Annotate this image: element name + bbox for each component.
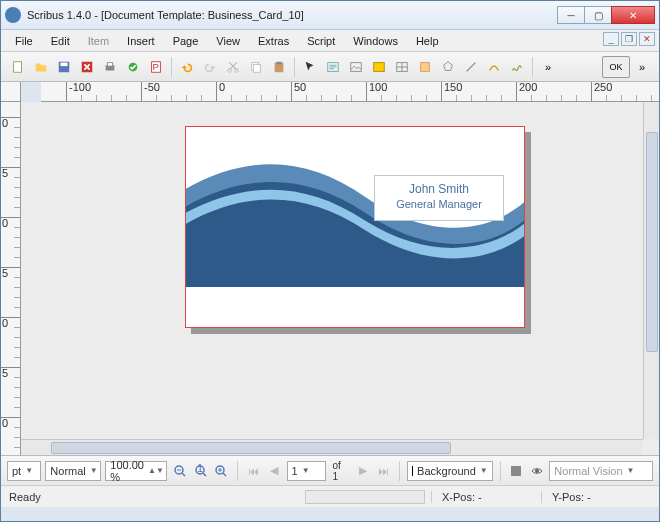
menu-help[interactable]: Help: [408, 33, 447, 49]
svg-rect-12: [253, 64, 260, 72]
last-page-icon[interactable]: ⏭: [375, 462, 392, 480]
zoom-field[interactable]: 100.00 %▲▼: [105, 461, 167, 481]
menu-extras[interactable]: Extras: [250, 33, 297, 49]
imageframe-icon[interactable]: [345, 56, 367, 78]
card-tel: Tel: 036545594556: [418, 303, 512, 315]
select-icon[interactable]: [299, 56, 321, 78]
pdf-icon[interactable]: P: [145, 56, 167, 78]
status-ready: Ready: [9, 491, 41, 503]
svg-rect-16: [351, 62, 362, 71]
save-icon[interactable]: [53, 56, 75, 78]
table-icon[interactable]: [391, 56, 413, 78]
more-icon[interactable]: »: [537, 56, 559, 78]
close-button[interactable]: ✕: [611, 6, 655, 24]
menu-page[interactable]: Page: [165, 33, 207, 49]
bottom-toolbar: pt▼ Normal▼ 100.00 %▲▼ 1 ⏮ ◀ 1▼ of 1 ▶ ⏭…: [1, 455, 659, 485]
mdi-restore[interactable]: ❐: [621, 32, 637, 46]
scroll-thumb-h[interactable]: [51, 442, 451, 454]
svg-rect-5: [107, 62, 112, 66]
cut-icon[interactable]: [222, 56, 244, 78]
more2-icon[interactable]: »: [631, 56, 653, 78]
zoom-out-icon[interactable]: [171, 462, 188, 480]
card-site: www.mysite.com: [198, 303, 280, 315]
svg-rect-14: [276, 61, 281, 64]
page-field[interactable]: 1▼: [287, 461, 327, 481]
progress-bar: [305, 490, 425, 504]
paste-icon[interactable]: [268, 56, 290, 78]
renderframe-icon[interactable]: [368, 56, 390, 78]
svg-rect-2: [61, 62, 68, 66]
unit-combo[interactable]: pt▼: [7, 461, 41, 481]
menubar: File Edit Item Insert Page View Extras S…: [1, 30, 659, 52]
undo-icon[interactable]: [176, 56, 198, 78]
cms-icon[interactable]: [508, 462, 525, 480]
redo-icon[interactable]: [199, 56, 221, 78]
svg-text:1: 1: [197, 464, 203, 474]
menu-view[interactable]: View: [208, 33, 248, 49]
canvas-viewport[interactable]: John Smith General Manager www.mysite.co…: [21, 102, 659, 455]
open-icon[interactable]: [30, 56, 52, 78]
ruler-horizontal[interactable]: -100-50050100150200250300: [41, 82, 659, 102]
textframe-icon[interactable]: [322, 56, 344, 78]
toolbar: P » OK »: [1, 52, 659, 82]
card-name: John Smith: [375, 182, 503, 196]
mdi-minimize[interactable]: _: [603, 32, 619, 46]
menu-item: Item: [80, 33, 117, 49]
menu-script[interactable]: Script: [299, 33, 343, 49]
scroll-thumb-v[interactable]: [646, 132, 658, 352]
preview-combo[interactable]: Normal▼: [45, 461, 101, 481]
menu-file[interactable]: File: [7, 33, 41, 49]
card-email: email@email.com: [305, 303, 393, 315]
zoom-in-icon[interactable]: [213, 462, 230, 480]
close-icon[interactable]: [76, 56, 98, 78]
bezier-icon[interactable]: [483, 56, 505, 78]
line-icon[interactable]: [460, 56, 482, 78]
mdi-controls: _ ❐ ✕: [603, 32, 655, 46]
window-controls: ─ ▢ ✕: [558, 6, 655, 24]
menu-edit[interactable]: Edit: [43, 33, 78, 49]
zoom-100-icon[interactable]: 1: [192, 462, 209, 480]
name-textframe[interactable]: John Smith General Manager: [374, 175, 504, 221]
ruler-origin[interactable]: [1, 82, 21, 102]
shape-icon[interactable]: [414, 56, 436, 78]
prev-page-icon[interactable]: ◀: [266, 462, 283, 480]
menu-windows[interactable]: Windows: [345, 33, 406, 49]
svg-point-25: [535, 469, 539, 473]
statusbar: Ready X-Pos: - Y-Pos: -: [1, 485, 659, 507]
vision-combo[interactable]: Normal Vision▼: [549, 461, 653, 481]
new-icon[interactable]: [7, 56, 29, 78]
copy-icon[interactable]: [245, 56, 267, 78]
svg-rect-17: [374, 62, 385, 71]
menu-insert[interactable]: Insert: [119, 33, 163, 49]
svg-rect-0: [14, 61, 22, 72]
layer-combo[interactable]: Background▼: [407, 461, 493, 481]
ruler-vertical[interactable]: 0505050: [1, 102, 21, 455]
svg-rect-24: [511, 466, 521, 476]
preview-icon[interactable]: [528, 462, 545, 480]
freehand-icon[interactable]: [506, 56, 528, 78]
card-footer: www.mysite.com email@email.com Tel: 0365…: [186, 303, 524, 315]
svg-rect-19: [421, 62, 430, 71]
preflight-icon[interactable]: [122, 56, 144, 78]
document-page[interactable]: John Smith General Manager www.mysite.co…: [185, 126, 525, 328]
status-ypos: Y-Pos: -: [541, 491, 651, 503]
first-page-icon[interactable]: ⏮: [245, 462, 262, 480]
mdi-close[interactable]: ✕: [639, 32, 655, 46]
app-icon: [5, 7, 21, 23]
ok-button[interactable]: OK: [602, 56, 630, 78]
next-page-icon[interactable]: ▶: [354, 462, 371, 480]
print-icon[interactable]: [99, 56, 121, 78]
scrollbar-horizontal[interactable]: [21, 439, 643, 455]
page-of-label: of 1: [332, 460, 348, 482]
maximize-button[interactable]: ▢: [584, 6, 612, 24]
titlebar: Scribus 1.4.0 - [Document Template: Busi…: [1, 1, 659, 30]
polygon-icon[interactable]: [437, 56, 459, 78]
scrollbar-vertical[interactable]: [643, 102, 659, 439]
svg-text:P: P: [153, 60, 159, 71]
minimize-button[interactable]: ─: [557, 6, 585, 24]
status-xpos: X-Pos: -: [431, 491, 541, 503]
card-role: General Manager: [375, 198, 503, 210]
window-title: Scribus 1.4.0 - [Document Template: Busi…: [27, 9, 558, 21]
